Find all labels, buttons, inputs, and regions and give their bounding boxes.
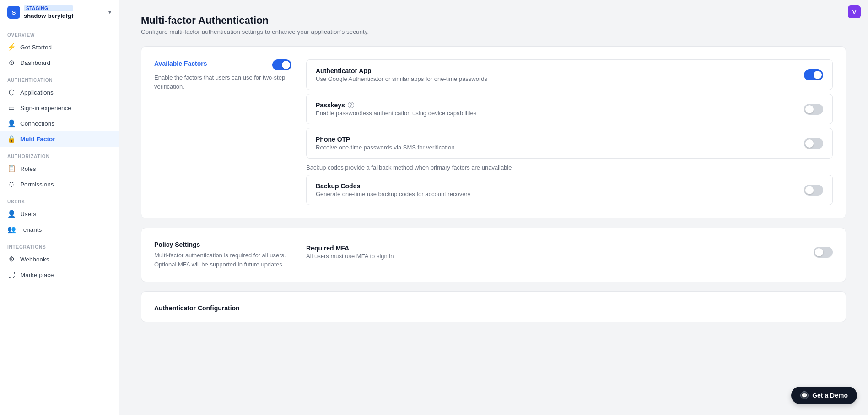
- bolt-icon: ⚡: [7, 43, 16, 51]
- phone-otp-desc: Receive one-time passwords via SMS for v…: [316, 144, 454, 151]
- passkeys-desc: Enable passwordless authentication using…: [316, 110, 476, 117]
- roles-icon: 📋: [7, 165, 16, 173]
- sidebar-item-connections[interactable]: 👤 Connections: [0, 116, 119, 131]
- required-mfa-name: Required MFA: [306, 245, 394, 252]
- phone-otp-slider: [804, 138, 823, 149]
- applications-icon: ⬡: [7, 88, 16, 96]
- phone-otp-name: Phone OTP: [316, 136, 454, 143]
- sidebar-item-applications[interactable]: ⬡ Applications: [0, 85, 119, 100]
- authenticator-app-desc: Use Google Authenticator or similar apps…: [316, 75, 487, 82]
- factor-backup-codes: Backup Codes Generate one-time use backu…: [306, 175, 833, 205]
- page-subtitle: Configure multi-factor authentication se…: [141, 28, 846, 35]
- org-name: shadow-beryldfgf: [24, 12, 73, 19]
- passkeys-toggle[interactable]: [804, 104, 823, 115]
- authenticator-config-card: Authenticator Configuration: [141, 291, 846, 322]
- overview-section-label: OVERVIEW: [0, 25, 119, 39]
- available-factors-desc: Enable the factors that users can use fo…: [154, 73, 291, 91]
- permissions-icon: 🛡: [7, 180, 16, 188]
- staging-badge: STAGING: [24, 5, 73, 11]
- connections-icon: 👤: [7, 119, 16, 128]
- main-content: Multi-factor Authentication Configure mu…: [119, 0, 868, 415]
- page-title: Multi-factor Authentication: [141, 15, 846, 27]
- user-icon: 👤: [7, 210, 16, 218]
- backup-codes-slider: [804, 185, 823, 196]
- sidebar-item-users[interactable]: 👤 Users: [0, 206, 119, 222]
- authenticator-app-slider: [804, 69, 823, 80]
- sidebar-item-roles[interactable]: 📋 Roles: [0, 161, 119, 176]
- passkeys-help-icon[interactable]: ?: [348, 102, 354, 108]
- users-section-label: USERS: [0, 192, 119, 206]
- policy-settings-card: Policy Settings Multi-factor authenticat…: [141, 228, 846, 282]
- authentication-section-label: AUTHENTICATION: [0, 70, 119, 85]
- factor-phone-otp: Phone OTP Receive one-time passwords via…: [306, 128, 833, 159]
- authenticator-app-toggle[interactable]: [804, 69, 823, 80]
- factor-authenticator-app: Authenticator App Use Google Authenticat…: [306, 59, 833, 90]
- required-mfa-slider: [814, 247, 833, 258]
- authenticator-config-title: Authenticator Configuration: [154, 304, 833, 312]
- dashboard-icon: ⊙: [7, 59, 16, 67]
- sidebar-item-permissions[interactable]: 🛡 Permissions: [0, 176, 119, 192]
- available-factors-master-slider: [272, 59, 291, 70]
- policy-settings-content: Required MFA All users must use MFA to s…: [306, 241, 833, 263]
- phone-otp-toggle[interactable]: [804, 138, 823, 149]
- authorization-section-label: AUTHORIZATION: [0, 147, 119, 161]
- marketplace-icon: ⛶: [7, 271, 16, 279]
- sidebar-item-webhooks[interactable]: ⚙ Webhooks: [0, 251, 119, 267]
- chevron-down-icon: ▾: [108, 9, 111, 16]
- available-factors-card: Available Factors Enable the factors tha…: [141, 46, 846, 218]
- webhooks-icon: ⚙: [7, 255, 16, 263]
- policy-settings-label-section: Policy Settings Multi-factor authenticat…: [154, 241, 291, 269]
- sidebar-header[interactable]: S STAGING shadow-beryldfgf ▾: [0, 0, 119, 25]
- backup-codes-toggle[interactable]: [804, 185, 823, 196]
- backup-codes-name: Backup Codes: [316, 182, 470, 190]
- authenticator-app-name: Authenticator App: [316, 67, 487, 74]
- policy-settings-desc: Multi-factor authentication is required …: [154, 251, 291, 269]
- lock-icon: 🔒: [7, 135, 16, 143]
- available-factors-title: Available Factors: [154, 60, 207, 67]
- factor-list: Authenticator App Use Google Authenticat…: [306, 59, 833, 205]
- passkeys-slider: [804, 104, 823, 115]
- available-factors-master-toggle[interactable]: [272, 59, 291, 70]
- sidebar-item-tenants[interactable]: 👥 Tenants: [0, 222, 119, 237]
- sidebar-item-sign-in-experience[interactable]: ▭ Sign-in experience: [0, 100, 119, 116]
- get-demo-button[interactable]: 💬 Get a Demo: [791, 387, 857, 404]
- available-factors-label-section: Available Factors Enable the factors tha…: [154, 59, 291, 91]
- backup-codes-note: Backup codes provide a fallback method w…: [306, 162, 833, 171]
- sign-in-icon: ▭: [7, 104, 16, 112]
- org-info: STAGING shadow-beryldfgf: [24, 5, 73, 19]
- sidebar-item-marketplace[interactable]: ⛶ Marketplace: [0, 267, 119, 282]
- sidebar-item-dashboard[interactable]: ⊙ Dashboard: [0, 55, 119, 70]
- backup-codes-desc: Generate one-time use backup codes for a…: [316, 191, 470, 197]
- demo-chat-icon: 💬: [800, 391, 809, 399]
- required-mfa-desc: All users must use MFA to sign in: [306, 253, 394, 260]
- factor-passkeys: Passkeys ? Enable passwordless authentic…: [306, 94, 833, 124]
- sidebar-item-get-started[interactable]: ⚡ Get Started: [0, 39, 119, 55]
- integrations-section-label: INTEGRATIONS: [0, 237, 119, 251]
- sidebar: S STAGING shadow-beryldfgf ▾ OVERVIEW ⚡ …: [0, 0, 119, 415]
- tenants-icon: 👥: [7, 225, 16, 234]
- org-avatar: S: [7, 6, 20, 19]
- required-mfa-row: Required MFA All users must use MFA to s…: [306, 241, 833, 263]
- sidebar-item-multi-factor[interactable]: 🔒 Multi Factor: [0, 131, 119, 147]
- passkeys-name: Passkeys ?: [316, 101, 476, 109]
- required-mfa-toggle[interactable]: [814, 247, 833, 258]
- policy-settings-title: Policy Settings: [154, 241, 291, 248]
